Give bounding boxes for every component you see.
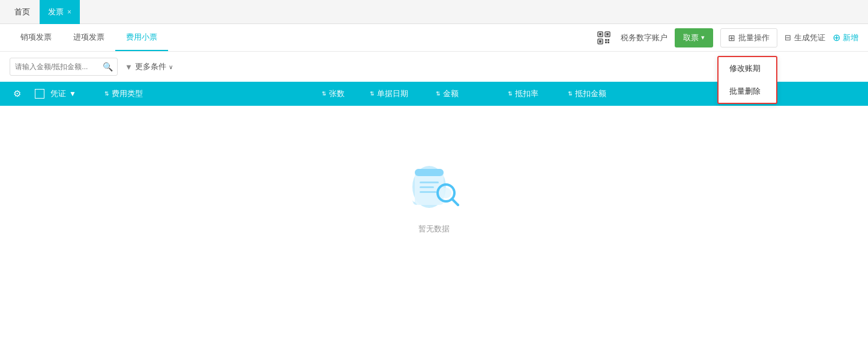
empty-state: 暂无数据 <box>0 106 868 258</box>
th-date-sort: ⇅ <box>370 91 375 97</box>
header-checkbox[interactable] <box>35 89 44 99</box>
tab-sales-invoice[interactable]: 销项发票 <box>10 24 62 51</box>
batch-delete-item[interactable]: 批量删除 <box>719 80 776 103</box>
svg-point-17 <box>441 188 451 198</box>
th-amount-label: 金额 <box>443 88 459 99</box>
generate-voucher-button[interactable]: ⊟ 生成凭证 <box>785 32 825 43</box>
th-type: ⇅ 费用类型 <box>104 88 322 99</box>
th-deduct-label: 抵扣金额 <box>575 88 606 99</box>
batch-label: 批量操作 <box>738 32 770 43</box>
batch-operations-wrap: ⊞ 批量操作 修改账期 批量删除 <box>720 28 777 47</box>
th-rate-label: 抵扣率 <box>515 88 538 99</box>
toolbar: 税务数字账户 取票 ▾ ⊞ 批量操作 修改账期 批量删除 ⊟ 生成凭证 ⊕ 新增 <box>594 28 858 47</box>
take-label: 取票 <box>683 32 699 43</box>
svg-rect-6 <box>605 39 607 41</box>
add-button[interactable]: ⊕ 新增 <box>833 32 858 43</box>
th-date-label: 单据日期 <box>377 88 408 99</box>
top-nav: 首页 发票 × <box>0 0 868 24</box>
more-filter-chevron: ∨ <box>169 64 173 70</box>
th-deduct: ⇅ 抵扣金额 <box>568 88 646 99</box>
add-label: 新增 <box>843 32 858 43</box>
th-amount: ⇅ 金额 <box>436 88 508 99</box>
generate-icon: ⊟ <box>785 33 791 42</box>
nav-tab-label: 发票 <box>48 7 64 17</box>
th-checkbox[interactable] <box>29 89 50 99</box>
th-settings[interactable]: ⚙ <box>5 88 29 99</box>
th-voucher: 凭证 ▼ <box>50 88 104 99</box>
th-sort-up: ⇅ <box>104 91 109 97</box>
empty-state-text: 暂无数据 <box>418 224 450 234</box>
th-amount-sort: ⇅ <box>436 91 441 97</box>
tab-expense-receipt[interactable]: 费用小票 <box>115 24 168 51</box>
more-filter-label: 更多条件 <box>135 61 166 72</box>
search-wrap: 🔍 <box>10 58 118 76</box>
svg-rect-5 <box>599 40 601 43</box>
th-count-sort: ⇅ <box>322 91 327 97</box>
modify-period-item[interactable]: 修改账期 <box>719 57 776 80</box>
svg-rect-8 <box>605 41 607 43</box>
svg-rect-7 <box>607 39 609 41</box>
tax-account-button[interactable]: 税务数字账户 <box>621 32 668 43</box>
svg-rect-1 <box>599 33 601 35</box>
tab-sales-label: 销项发票 <box>20 32 52 43</box>
take-ticket-button[interactable]: 取票 ▾ <box>675 28 713 47</box>
empty-state-icon <box>404 154 464 214</box>
search-icon: 🔍 <box>103 62 113 72</box>
tab-purchase-invoice[interactable]: 进项发票 <box>62 24 115 51</box>
svg-rect-13 <box>420 182 439 183</box>
svg-rect-14 <box>420 186 434 188</box>
nav-home[interactable]: 首页 <box>7 7 37 17</box>
sub-tabs-left: 销项发票 进项发票 费用小票 <box>10 24 168 51</box>
tab-expense-label: 费用小票 <box>126 32 157 43</box>
batch-dropdown-menu: 修改账期 批量删除 <box>717 56 777 104</box>
svg-rect-9 <box>607 41 609 43</box>
sub-tabs-bar: 销项发票 进项发票 费用小票 税务数字账户 取票 <box>0 24 868 52</box>
batch-operations-button[interactable]: ⊞ 批量操作 <box>720 28 777 47</box>
nav-tab-invoice[interactable]: 发票 × <box>40 0 80 24</box>
th-type-label: 费用类型 <box>112 88 143 99</box>
th-voucher-label: 凭证 <box>50 88 66 99</box>
take-chevron-icon: ▾ <box>701 34 705 41</box>
th-date: ⇅ 单据日期 <box>370 88 436 99</box>
svg-rect-15 <box>420 191 436 193</box>
th-rate: ⇅ 抵扣率 <box>508 88 568 99</box>
filter-icon: ▼ <box>125 63 133 72</box>
add-icon: ⊕ <box>833 32 840 43</box>
svg-line-18 <box>452 199 458 205</box>
tab-purchase-label: 进项发票 <box>73 32 104 43</box>
qr-code-button[interactable] <box>594 28 613 47</box>
generate-label: 生成凭证 <box>794 32 825 43</box>
th-count: ⇅ 张数 <box>322 88 370 99</box>
svg-rect-3 <box>606 33 609 35</box>
more-filter-button[interactable]: ▼ 更多条件 ∨ <box>125 61 173 72</box>
th-rate-sort: ⇅ <box>508 91 513 97</box>
th-count-label: 张数 <box>329 88 345 99</box>
search-input[interactable] <box>15 63 99 71</box>
svg-rect-12 <box>415 169 444 176</box>
batch-icon: ⊞ <box>728 33 735 43</box>
th-deduct-sort: ⇅ <box>568 91 573 97</box>
voucher-filter-icon[interactable]: ▼ <box>69 90 76 98</box>
settings-icon: ⚙ <box>13 88 21 99</box>
qr-icon <box>597 31 610 44</box>
nav-tab-close-icon[interactable]: × <box>67 8 71 16</box>
